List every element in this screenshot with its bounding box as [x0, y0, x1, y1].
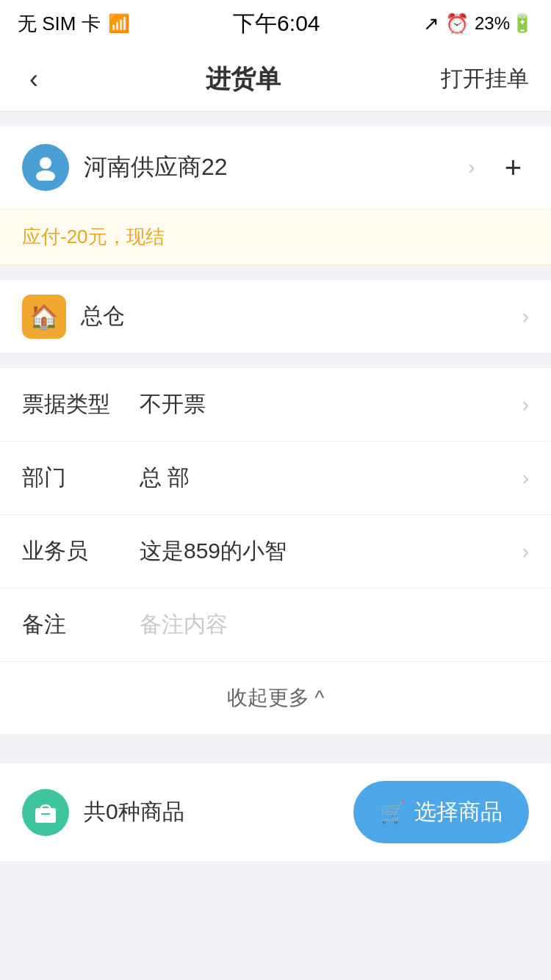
remark-row[interactable]: 备注 备注内容 — [0, 588, 551, 662]
salesperson-value: 这是859的小智 — [125, 536, 522, 566]
department-label: 部门 — [22, 463, 125, 493]
house-icon: 🏠 — [29, 303, 59, 331]
background-fill — [0, 861, 551, 980]
supplier-name: 河南供应商22 — [84, 151, 468, 184]
product-icon-wrap — [22, 789, 69, 836]
invoice-type-label: 票据类型 — [22, 389, 125, 419]
section-gap-1 — [0, 112, 551, 126]
back-button[interactable]: ‹ — [22, 57, 46, 102]
salesperson-label: 业务员 — [22, 536, 125, 566]
notice-banner: 应付-20元，现结 — [0, 209, 551, 265]
product-count-label: 共0种商品 — [84, 797, 353, 827]
department-row[interactable]: 部门 总 部 › — [0, 442, 551, 515]
person-icon — [32, 154, 59, 181]
invoice-type-row[interactable]: 票据类型 不开票 › — [0, 368, 551, 442]
supplier-row[interactable]: 河南供应商22 › + — [0, 126, 551, 209]
warehouse-label: 总仓 — [81, 301, 522, 331]
remark-input[interactable]: 备注内容 — [125, 610, 529, 640]
invoice-type-chevron-icon: › — [522, 393, 529, 417]
status-time: 下午6:04 — [233, 9, 320, 39]
shopping-bag-icon — [32, 799, 59, 826]
add-supplier-button[interactable]: + — [497, 151, 529, 184]
supplier-avatar — [22, 144, 69, 191]
warehouse-row[interactable]: 🏠 总仓 › — [0, 280, 551, 353]
battery-indicator: 23% 🔋 — [475, 13, 533, 34]
section-divider-3 — [0, 734, 551, 749]
nav-bar: ‹ 进货单 打开挂单 — [0, 47, 551, 112]
section-divider-2 — [0, 353, 551, 368]
status-left: 无 SIM 卡 📶 — [18, 11, 130, 37]
svg-rect-2 — [35, 808, 56, 823]
salesperson-chevron-icon: › — [522, 540, 529, 563]
status-bar: 无 SIM 卡 📶 下午6:04 ↗ ⏰ 23% 🔋 — [0, 0, 551, 47]
battery-percent: 23% — [475, 13, 510, 34]
svg-point-0 — [40, 157, 51, 169]
section-divider-1 — [0, 265, 551, 280]
select-product-label: 选择商品 — [414, 797, 503, 827]
department-value: 总 部 — [125, 463, 522, 493]
invoice-type-value: 不开票 — [125, 389, 522, 419]
salesperson-row[interactable]: 业务员 这是859的小智 › — [0, 515, 551, 588]
status-right: ↗ ⏰ 23% 🔋 — [423, 12, 533, 35]
open-pending-button[interactable]: 打开挂单 — [441, 64, 529, 94]
warehouse-chevron-icon: › — [522, 305, 529, 328]
department-chevron-icon: › — [522, 466, 529, 490]
svg-point-1 — [36, 170, 55, 181]
bottom-product-bar: 共0种商品 🛒 选择商品 — [0, 763, 551, 861]
warehouse-icon-wrap: 🏠 — [22, 295, 66, 339]
carrier-label: 无 SIM 卡 — [18, 11, 101, 37]
collapse-label: 收起更多 ^ — [227, 686, 325, 709]
page-title: 进货单 — [206, 62, 281, 96]
collapse-row[interactable]: 收起更多 ^ — [0, 662, 551, 734]
remark-label: 备注 — [22, 610, 125, 640]
wifi-icon: 📶 — [108, 13, 130, 34]
form-card: 票据类型 不开票 › 部门 总 部 › 业务员 这是859的小智 › 备注 备注… — [0, 368, 551, 662]
location-icon: ↗ — [423, 12, 439, 35]
notice-text: 应付-20元，现结 — [22, 226, 165, 248]
supplier-chevron-icon: › — [468, 156, 475, 179]
select-product-button[interactable]: 🛒 选择商品 — [353, 781, 529, 843]
alarm-icon: ⏰ — [445, 12, 469, 35]
cart-icon: 🛒 — [380, 800, 406, 824]
battery-icon: 🔋 — [511, 13, 533, 34]
